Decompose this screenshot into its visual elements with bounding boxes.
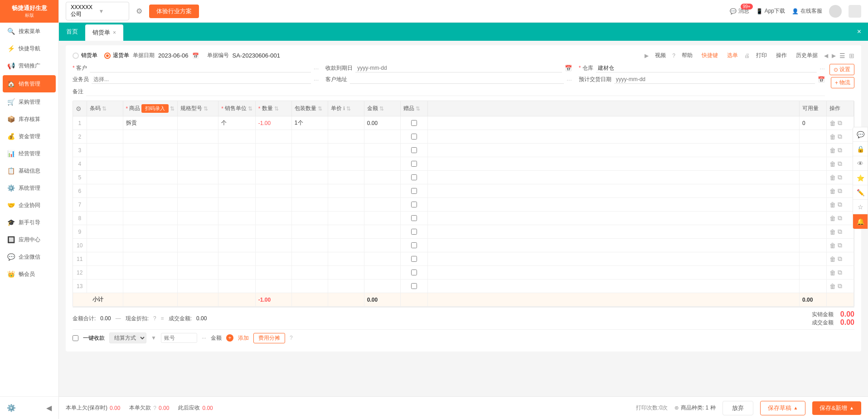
abandon-button[interactable]: 放弃 — [723, 401, 753, 415]
row-price[interactable] — [328, 171, 364, 184]
row-copy-icon[interactable]: ⧉ — [838, 173, 842, 181]
row-remark[interactable] — [427, 116, 799, 130]
row-qty[interactable] — [255, 144, 291, 157]
row-barcode[interactable] — [87, 225, 123, 239]
float-btn-7[interactable]: 🔔 — [853, 214, 868, 229]
delivery-date-cal-icon[interactable]: 📅 — [818, 76, 825, 83]
warehouse-input[interactable] — [596, 64, 817, 72]
row-barcode[interactable] — [87, 171, 123, 184]
toolbar-operation[interactable]: 操作 — [773, 51, 790, 60]
salesman-dots-icon[interactable]: ··· — [314, 76, 319, 83]
row-copy-icon[interactable]: ⧉ — [838, 201, 842, 208]
gift-checkbox[interactable] — [411, 256, 417, 262]
row-price[interactable] — [328, 252, 364, 266]
row-copy-icon[interactable]: ⧉ — [838, 228, 842, 236]
row-barcode[interactable] — [87, 184, 123, 198]
barcode-sort-icon[interactable]: ⇅ — [102, 106, 107, 112]
delivery-date-input[interactable] — [614, 75, 815, 84]
barcode-cell-input[interactable] — [90, 120, 120, 126]
toolbar-help[interactable]: 帮助 — [679, 51, 695, 60]
row-delete-icon[interactable]: 🗑 — [829, 283, 836, 290]
row-goods[interactable] — [123, 157, 178, 171]
app-download-button[interactable]: 📱 App下载 — [756, 7, 785, 15]
tab-sales-order[interactable]: 销货单 × — [85, 24, 123, 41]
gift-checkbox[interactable] — [411, 242, 417, 248]
one-click-checkbox[interactable] — [73, 335, 78, 341]
sidebar-item-member[interactable]: 👑 畅会员 — [0, 265, 58, 283]
cash-discount-info-icon[interactable]: ? — [153, 315, 156, 322]
row-copy-icon[interactable]: ⧉ — [838, 187, 842, 195]
sidebar-item-inventory[interactable]: 📦 库存核算 — [0, 111, 58, 128]
row-goods[interactable] — [123, 266, 178, 279]
row-spec[interactable] — [178, 225, 218, 239]
gift-checkbox[interactable] — [411, 188, 417, 194]
sidebar-item-marketing[interactable]: 📢 营销推广 — [0, 57, 58, 74]
row-delete-icon[interactable]: 🗑 — [829, 269, 836, 276]
row-price[interactable] — [328, 212, 364, 225]
row-copy-icon[interactable]: ⧉ — [838, 282, 842, 290]
row-goods[interactable]: 拆贡 — [123, 116, 178, 130]
row-goods[interactable] — [123, 144, 178, 157]
sidebar-item-sales[interactable]: 🏠 销售管理 — [3, 75, 56, 92]
row-goods[interactable] — [123, 239, 178, 252]
row-delete-icon[interactable]: 🗑 — [829, 242, 836, 249]
gift-checkbox[interactable] — [411, 283, 417, 289]
barcode-cell-input[interactable] — [90, 270, 120, 276]
row-spec[interactable] — [178, 184, 218, 198]
nav-next-icon[interactable]: ▶ — [832, 53, 836, 59]
customer-input[interactable] — [90, 64, 311, 72]
row-delete-icon[interactable]: 🗑 — [829, 174, 836, 181]
account-input[interactable] — [161, 333, 197, 343]
radio-sales-order[interactable]: 销货单 — [73, 52, 97, 59]
row-spec[interactable] — [178, 157, 218, 171]
row-delete-icon[interactable]: 🗑 — [829, 160, 836, 168]
barcode-cell-input[interactable] — [90, 174, 120, 181]
expense-button[interactable]: 费用分摊 — [253, 333, 285, 343]
row-barcode[interactable] — [87, 252, 123, 266]
radio-return-order[interactable]: 退货单 — [104, 52, 129, 59]
sidebar-item-appcenter[interactable]: 🔲 应用中心 — [0, 231, 58, 248]
row-price[interactable] — [328, 116, 364, 130]
row-barcode[interactable] — [87, 212, 123, 225]
barcode-cell-input[interactable] — [90, 215, 120, 222]
row-qty[interactable] — [255, 171, 291, 184]
table-settings-icon[interactable]: ⚙ — [76, 105, 82, 112]
row-remark[interactable] — [427, 239, 799, 252]
save-draft-button[interactable]: 保存草稿 ▲ — [760, 401, 806, 415]
row-goods[interactable] — [123, 184, 178, 198]
row-barcode[interactable] — [87, 116, 123, 130]
sidebar-item-capital[interactable]: 💰 资金管理 — [0, 128, 58, 145]
row-remark[interactable] — [427, 144, 799, 157]
row-barcode[interactable] — [87, 266, 123, 279]
row-remark[interactable] — [427, 212, 799, 225]
row-goods[interactable] — [123, 252, 178, 266]
salesman-input[interactable] — [92, 75, 311, 84]
float-btn-6[interactable]: ☆ — [853, 200, 868, 214]
account-dots-icon[interactable]: ··· — [202, 335, 206, 341]
row-delete-icon[interactable]: 🗑 — [829, 147, 836, 154]
barcode-cell-input[interactable] — [90, 283, 120, 289]
row-qty[interactable] — [255, 212, 291, 225]
row-goods[interactable] — [123, 130, 178, 144]
row-qty[interactable] — [255, 266, 291, 279]
sidebar-item-system[interactable]: ⚙️ 系统管理 — [0, 179, 58, 197]
gift-checkbox[interactable] — [411, 202, 417, 207]
row-qty[interactable] — [255, 198, 291, 212]
row-copy-icon[interactable]: ⧉ — [838, 269, 842, 276]
row-barcode[interactable] — [87, 198, 123, 212]
row-delete-icon[interactable]: 🗑 — [829, 228, 836, 236]
row-qty[interactable] — [255, 130, 291, 144]
row-spec[interactable] — [178, 130, 218, 144]
sidebar-item-quicknav[interactable]: ⚡ 快捷导航 — [0, 40, 58, 57]
spec-sort-icon[interactable]: ⇅ — [204, 106, 208, 112]
remarks-input[interactable] — [86, 87, 825, 96]
row-copy-icon[interactable]: ⧉ — [838, 255, 842, 263]
row-goods[interactable] — [123, 171, 178, 184]
row-goods[interactable] — [123, 279, 178, 293]
row-spec[interactable] — [178, 239, 218, 252]
tab-close-icon[interactable]: × — [113, 29, 116, 36]
row-goods[interactable] — [123, 198, 178, 212]
warehouse-dots-icon[interactable]: ··· — [820, 65, 825, 72]
barcode-cell-input[interactable] — [90, 147, 120, 154]
row-goods[interactable] — [123, 225, 178, 239]
